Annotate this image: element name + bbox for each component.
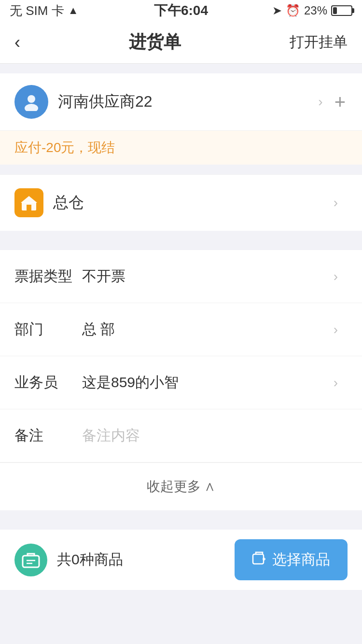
form-section: 票据类型 不开票 › 部门 总 部 › 业务员 这是859的小智 › 备注 备注… bbox=[0, 240, 362, 510]
nav-bar: ‹ 进货单 打开挂单 bbox=[0, 21, 362, 64]
wifi-icon: ▲ bbox=[68, 4, 79, 17]
status-bar: 无 SIM 卡 ▲ 下午6:04 ➤ ⏰ 23% bbox=[0, 0, 362, 21]
svg-rect-4 bbox=[27, 205, 31, 210]
product-count: 共0种商品 bbox=[57, 550, 225, 570]
note-label: 备注 bbox=[14, 426, 82, 446]
warehouse-chevron-icon: › bbox=[334, 195, 338, 210]
salesperson-value: 这是859的小智 bbox=[82, 373, 334, 392]
gap-2 bbox=[0, 165, 362, 174]
supplier-card: 河南供应商22 › + 应付-20元，现结 bbox=[0, 73, 362, 165]
open-pending-button[interactable]: 打开挂单 bbox=[290, 32, 348, 52]
supplier-name: 河南供应商22 bbox=[58, 91, 318, 112]
supplier-avatar bbox=[14, 85, 48, 119]
warehouse-icon bbox=[14, 188, 43, 217]
svg-point-0 bbox=[28, 95, 35, 103]
gap-3 bbox=[0, 240, 362, 250]
gap-4 bbox=[0, 510, 362, 520]
alarm-icon: ⏰ bbox=[286, 4, 300, 17]
ticket-type-row[interactable]: 票据类型 不开票 › bbox=[0, 250, 362, 303]
collapse-button[interactable]: 收起更多 ∧ bbox=[0, 462, 362, 510]
battery-icon bbox=[331, 5, 352, 16]
product-icon bbox=[14, 544, 47, 576]
select-product-button[interactable]: 选择商品 bbox=[235, 539, 348, 580]
supplier-alert: 应付-20元，现结 bbox=[0, 131, 362, 165]
ticket-type-value: 不开票 bbox=[82, 266, 334, 286]
gap-1 bbox=[0, 64, 362, 73]
department-label: 部门 bbox=[14, 320, 82, 339]
status-right: ➤ ⏰ 23% bbox=[272, 4, 352, 17]
status-time: 下午6:04 bbox=[154, 1, 208, 20]
status-left: 无 SIM 卡 ▲ bbox=[10, 2, 78, 19]
select-product-icon bbox=[252, 551, 266, 568]
svg-rect-5 bbox=[23, 556, 39, 567]
department-value: 总 部 bbox=[82, 320, 334, 339]
salesperson-row[interactable]: 业务员 这是859的小智 › bbox=[0, 356, 362, 409]
salesperson-label: 业务员 bbox=[14, 373, 82, 392]
bottom-bar: 共0种商品 选择商品 bbox=[0, 530, 362, 590]
warehouse-name: 总仓 bbox=[53, 192, 334, 213]
supplier-row[interactable]: 河南供应商22 › + bbox=[0, 73, 362, 131]
back-button[interactable]: ‹ bbox=[14, 32, 20, 53]
supplier-chevron-icon: › bbox=[318, 94, 322, 110]
note-row[interactable]: 备注 备注内容 bbox=[0, 409, 362, 462]
page-title: 进货单 bbox=[129, 30, 181, 54]
department-row[interactable]: 部门 总 部 › bbox=[0, 303, 362, 356]
add-button[interactable]: + bbox=[333, 91, 348, 113]
salesperson-chevron-icon: › bbox=[334, 375, 338, 391]
ticket-type-label: 票据类型 bbox=[14, 266, 82, 286]
warehouse-row[interactable]: 总仓 › bbox=[0, 174, 362, 231]
department-chevron-icon: › bbox=[334, 322, 338, 337]
ticket-type-chevron-icon: › bbox=[334, 269, 338, 284]
svg-point-1 bbox=[25, 104, 38, 111]
select-product-label: 选择商品 bbox=[272, 550, 330, 570]
svg-marker-3 bbox=[21, 196, 37, 203]
warehouse-card: 总仓 › bbox=[0, 174, 362, 231]
svg-rect-8 bbox=[253, 554, 264, 564]
note-placeholder: 备注内容 bbox=[82, 426, 348, 446]
location-icon: ➤ bbox=[272, 4, 282, 17]
battery-percentage: 23% bbox=[304, 4, 327, 17]
carrier-text: 无 SIM 卡 bbox=[10, 2, 64, 19]
